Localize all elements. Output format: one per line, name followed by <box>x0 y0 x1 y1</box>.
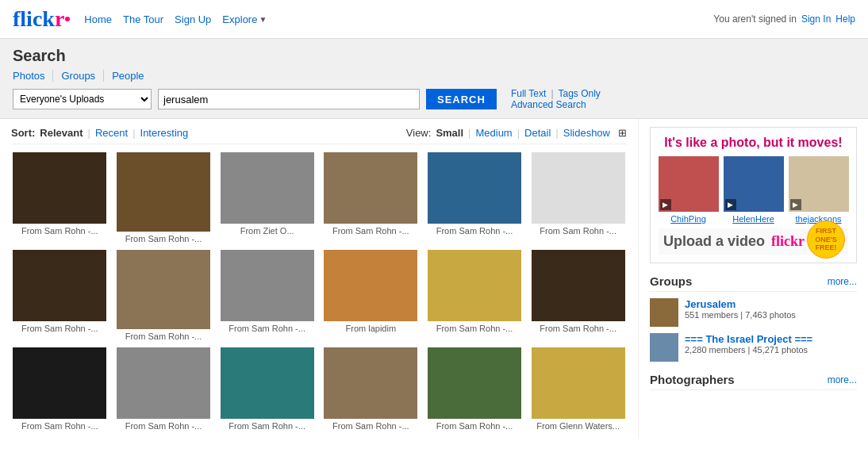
group-stats-2: 2,280 members | 45,271 photos <box>685 345 812 355</box>
ad-cta-logo: flickr <box>771 233 805 250</box>
photo-caption: From Sam Rohn -... <box>540 226 616 236</box>
photo-thumb[interactable] <box>221 152 314 224</box>
photographers-title: Photographers <box>650 373 735 386</box>
sort-recent[interactable]: Recent <box>95 127 128 139</box>
group-thumb-1[interactable] <box>650 298 678 327</box>
photo-caption: From Sam Rohn -... <box>332 421 409 431</box>
group-item-jerusalem: Jerusalem 551 members | 7,463 photos <box>650 298 857 327</box>
options-divider: | <box>551 88 553 99</box>
photo-thumb[interactable] <box>532 347 625 419</box>
photo-caption: From Sam Rohn -... <box>229 324 305 333</box>
sort-label: Sort: <box>11 127 35 139</box>
sort-section: Sort: Relevant | Recent | Interesting <box>11 127 188 139</box>
play-icon-1: ▶ <box>660 199 671 210</box>
photo-caption: From Ziet O... <box>240 226 294 236</box>
photographers-more[interactable]: more... <box>828 374 857 385</box>
sort-interesting[interactable]: Interesting <box>140 127 189 139</box>
advanced-search-link[interactable]: Advanced Search <box>511 99 586 110</box>
photo-thumb[interactable] <box>13 347 106 419</box>
ad-user-2[interactable]: HelenHere <box>732 214 774 224</box>
groups-header: Groups more... <box>650 274 857 292</box>
ad-thumb-1[interactable]: ▶ <box>659 156 719 212</box>
grid-icon[interactable]: ⊞ <box>618 127 627 139</box>
list-item: From Sam Rohn -... <box>115 152 213 244</box>
nav-explore[interactable]: Explore ▼ <box>222 13 267 25</box>
logo[interactable]: flickr <box>13 6 70 32</box>
view-section: View: Small | Medium | Detail | Slidesho… <box>406 127 627 139</box>
sidebar-ad: It's like a photo, but it moves! ▶ ChihP… <box>650 127 857 263</box>
photo-thumb[interactable] <box>428 152 521 224</box>
logo-r: r <box>55 6 64 32</box>
photo-thumb[interactable] <box>532 250 625 321</box>
ad-thumbs: ▶ ChihPing ▶ HelenHere ▶ thejacksons <box>659 156 848 224</box>
search-button[interactable]: SEARCH <box>426 89 497 109</box>
group-thumb-2[interactable] <box>650 333 678 362</box>
nav-signup[interactable]: Sign Up <box>175 13 211 25</box>
group-name-1[interactable]: Jerusalem <box>685 298 796 310</box>
ad-thumb-3[interactable]: ▶ <box>789 156 849 212</box>
chevron-down-icon: ▼ <box>259 15 267 24</box>
tags-only-link[interactable]: Tags Only <box>559 88 601 99</box>
main-nav: Home The Tour Sign Up Explore ▼ <box>84 13 267 25</box>
list-item: From Sam Rohn -... <box>11 152 109 244</box>
help-link[interactable]: Help <box>835 13 855 25</box>
photo-caption: From lapidim <box>346 324 397 333</box>
photo-caption: From Glenn Waters... <box>536 421 620 431</box>
ad-badge: FIRST ONE'S FREE! <box>807 220 845 259</box>
list-item: From Sam Rohn -... <box>322 347 420 431</box>
tab-photos[interactable]: Photos <box>13 70 53 82</box>
header-auth: You aren't signed in Sign In Help <box>713 13 855 25</box>
ad-user-1[interactable]: ChihPing <box>670 214 706 224</box>
list-item: From Sam Rohn -... <box>529 152 627 244</box>
list-item: From Sam Rohn -... <box>426 250 524 341</box>
sort-view-bar: Sort: Relevant | Recent | Interesting Vi… <box>11 127 627 144</box>
photo-thumb[interactable] <box>13 152 106 224</box>
photo-thumb[interactable] <box>532 152 625 224</box>
content: Sort: Relevant | Recent | Interesting Vi… <box>0 119 638 439</box>
ad-title: It's like a photo, but it moves! <box>659 136 848 150</box>
sort-relevant[interactable]: Relevant <box>40 127 83 139</box>
photo-thumb[interactable] <box>221 250 314 321</box>
photo-caption: From Sam Rohn -... <box>436 226 513 236</box>
logo-dot <box>65 17 70 21</box>
photo-thumb[interactable] <box>428 250 521 321</box>
ad-thumb-2[interactable]: ▶ <box>724 156 784 212</box>
search-scope-dropdown[interactable]: Everyone's Uploads Your Contacts' Upload… <box>13 89 152 109</box>
search-title: Search <box>13 47 855 65</box>
photo-thumb[interactable] <box>117 152 210 232</box>
list-item: From lapidim <box>322 250 420 341</box>
nav-explore-link[interactable]: Explore <box>222 13 257 25</box>
ad-cta-text: Upload a video <box>663 233 765 250</box>
search-input[interactable] <box>158 89 420 109</box>
nav-home[interactable]: Home <box>84 13 112 25</box>
photo-thumb[interactable] <box>13 250 106 321</box>
photo-grid: From Sam Rohn -... From Sam Rohn -... Fr… <box>11 152 627 431</box>
sidebar: It's like a photo, but it moves! ▶ ChihP… <box>638 119 868 439</box>
view-slideshow[interactable]: Slideshow <box>563 127 610 139</box>
view-small[interactable]: Small <box>436 127 463 139</box>
photo-caption: From Sam Rohn -... <box>125 421 202 431</box>
group-info-2: === The Israel Project === 2,280 members… <box>685 333 812 355</box>
group-name-2[interactable]: === The Israel Project === <box>685 333 812 345</box>
search-bar: Search Photos Groups People Everyone's U… <box>0 39 868 119</box>
tab-people[interactable]: People <box>104 70 152 82</box>
groups-more[interactable]: more... <box>828 276 857 287</box>
photo-thumb[interactable] <box>117 347 210 419</box>
view-detail[interactable]: Detail <box>524 127 551 139</box>
photo-thumb[interactable] <box>117 250 210 329</box>
full-text-link[interactable]: Full Text <box>511 88 546 99</box>
photo-thumb[interactable] <box>324 347 417 419</box>
sign-in-link[interactable]: Sign In <box>801 13 831 25</box>
nav-tour[interactable]: The Tour <box>123 13 163 25</box>
photo-thumb[interactable] <box>324 152 417 224</box>
photo-thumb[interactable] <box>324 250 417 321</box>
header-left: flickr Home The Tour Sign Up Explore ▼ <box>13 6 267 32</box>
sep5: | <box>555 127 558 139</box>
photo-thumb[interactable] <box>221 347 314 419</box>
view-medium[interactable]: Medium <box>475 127 512 139</box>
tab-groups[interactable]: Groups <box>53 70 104 82</box>
ad-cta: Upload a video flickr FIRST ONE'S FREE! <box>659 228 848 255</box>
photo-thumb[interactable] <box>428 347 521 419</box>
list-item: From Sam Rohn -... <box>218 347 316 431</box>
sep2: | <box>133 127 135 139</box>
